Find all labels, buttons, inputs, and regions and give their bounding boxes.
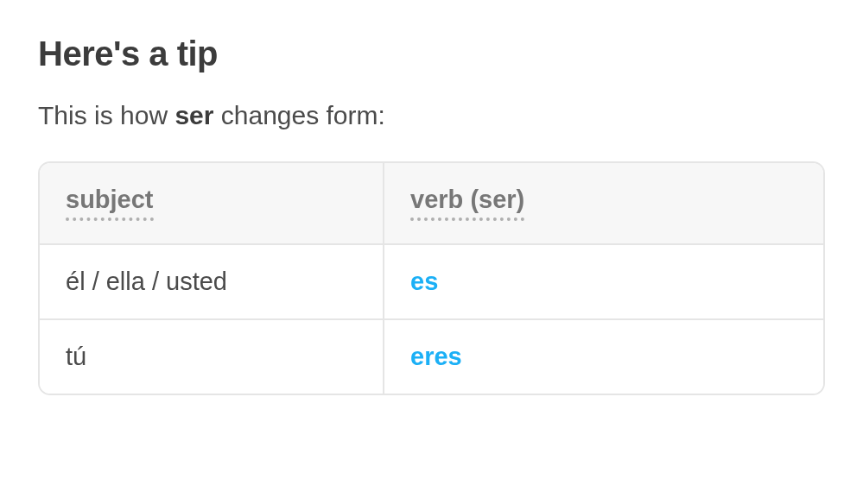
table-row: él / ella / usted es <box>40 243 823 318</box>
tip-heading: Here's a tip <box>38 35 825 73</box>
table-row: tú eres <box>40 318 823 394</box>
table-header-subject: subject <box>40 163 384 243</box>
subject-cell: tú <box>40 318 384 394</box>
tip-description: This is how ser changes form: <box>38 101 825 130</box>
description-bold-word: ser <box>175 101 213 129</box>
table-header-row: subject verb (ser) <box>40 163 823 243</box>
table-header-verb: verb (ser) <box>384 163 823 243</box>
description-prefix: This is how <box>38 101 175 129</box>
header-label-subject: subject <box>66 186 154 221</box>
verb-cell: es <box>384 243 823 318</box>
subject-cell: él / ella / usted <box>40 243 384 318</box>
header-label-verb: verb (ser) <box>410 186 524 221</box>
verb-cell: eres <box>384 318 823 394</box>
description-suffix: changes form: <box>213 101 384 129</box>
conjugation-table: subject verb (ser) él / ella / usted es … <box>38 161 825 395</box>
